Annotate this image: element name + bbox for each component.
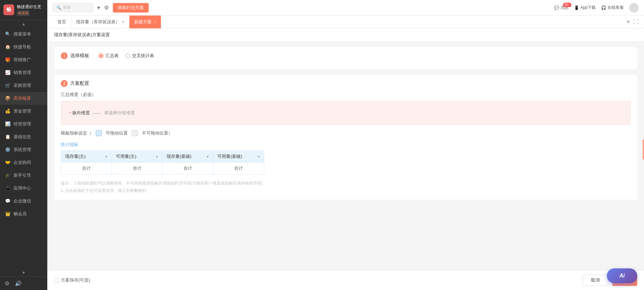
online-service-button[interactable]: 🎧 在线客服 [601,5,624,10]
sidebar-item-apps[interactable]: 📱 应用中心 [0,182,47,195]
sidebar-item-wechat[interactable]: 💬 企业微信 [0,195,47,208]
tab-close-btn[interactable]: ✕ [626,19,630,25]
stats-col-2-label: 可用量(主) [116,153,137,160]
radio-cross-label: 交叉统计表 [132,53,154,59]
sidebar-item-inventory[interactable]: 📦 库存核算 [0,92,47,105]
topbar-gear[interactable]: ⚙ [104,4,109,11]
radio-summary-label: 汇总表 [105,53,119,59]
search-icon: 🔍 [5,31,11,37]
tab-maximize-btn[interactable]: ⛶ [633,19,639,25]
sidebar-item-search[interactable]: 🔍 搜索菜单 [0,28,47,41]
stats-col-3-header: 现存量(基辅) ▾ [163,151,213,163]
sidebar-scroll: 🔍 搜索菜单 🏠 快捷导航 🎁 营销推广 📈 销售管理 🛒 采购管理 📦 库存核… [0,28,47,269]
tab-inventory[interactable]: 现存量（库存状况表） × [71,16,129,28]
sidebar-item-purchase[interactable]: 🛒 采购管理 [0,79,47,92]
col-2-chevron[interactable]: ▾ [156,154,158,159]
sidebar-scroll-up[interactable]: ▲ [0,20,47,28]
dim-area: * 纵向维度 —— 请选择分组维度 [61,101,630,125]
info-icon: 📋 [5,134,11,140]
page-body: 1 选择模板 汇总表 交叉统计表 [47,42,644,211]
tip-1: 提示： 1.拖动标题栏可以调整布局，不可跨维度或指标区域拖动栏目字段(只能在同一… [61,180,630,187]
stats-col-3-header-cell: 现存量(基辅) ▾ [163,151,213,163]
non-draggable-indicator-box [132,130,138,136]
tab-close-inventory[interactable]: × [122,20,124,24]
step1-num: 1 [61,52,68,59]
sidebar-item-marketing[interactable]: 🎁 营销推广 [0,53,47,66]
topbar-dropdown[interactable]: ▾ [97,4,100,11]
cancel-button[interactable]: 取消 [583,274,608,286]
radio-summary-circle [99,53,103,58]
headset-icon: 🎧 [601,5,606,10]
stats-col-3-label: 现存量(基辅) [167,153,192,160]
radio-cross[interactable]: 交叉统计表 [125,53,154,59]
save-checkbox[interactable] [54,278,59,283]
col-1-chevron[interactable]: ▾ [105,154,107,159]
settings-icon[interactable]: ⚙ [5,280,9,287]
tab-close-new-plan[interactable]: × [154,20,156,24]
app-icon: 📱 [5,185,11,191]
ai-fab-button[interactable]: Ai [607,268,637,283]
ai-fab-label: Ai [619,273,625,279]
sidebar-item-guide[interactable]: 🎓 新手引导 [0,169,47,182]
draggable-indicator-box [96,130,102,136]
stats-col-4-body: 合计 [213,163,264,174]
non-draggable-label: 不可拖动位置） [142,130,173,136]
stats-col-1-header-cell: 现存量(主) ▾ [61,151,112,163]
sidebar-item-label: 销售管理 [14,70,31,76]
sidebar-item-system[interactable]: ⚙️ 系统管理 [0,143,47,156]
member-icon: 👑 [5,211,11,217]
sidebar-item-label: 营销推广 [14,57,31,63]
stats-label: 统计指标 [61,142,630,148]
sidebar-item-label: 经营管理 [14,121,31,127]
tabs-right: ✕ ⛶ [626,19,639,25]
app-download-button[interactable]: 📱 App下载 [574,5,596,10]
step2-num: 2 [61,80,68,87]
sidebar-logo: 畅 畅捷通好生意 标准版 [0,0,47,20]
dim-vertical-label: 纵向维度 [72,110,90,116]
message-button[interactable]: 💬 消息 99+ [554,5,569,10]
sound-icon[interactable]: 🔊 [15,280,22,287]
sidebar-item-finance[interactable]: 💰 资金管理 [0,105,47,118]
sidebar-item-sales[interactable]: 📈 销售管理 [0,66,47,79]
sidebar-item-label: 资金管理 [14,108,31,114]
user-avatar[interactable] [629,3,639,13]
sidebar-item-management[interactable]: 📊 经营管理 [0,118,47,130]
dim-arrow: —— [93,111,101,116]
tab-home[interactable]: 首页 [53,16,71,28]
step1-section: 1 选择模板 汇总表 交叉统计表 [54,47,637,69]
sidebar-bottom: ⚙ 🔊 [0,276,47,290]
sales-icon: 📈 [5,70,11,76]
cart-icon: 🛒 [5,82,11,89]
stats-col-4-body-cell: 合计 [213,163,264,174]
sidebar-item-collab[interactable]: 🤝 企业协同 [0,156,47,169]
col-4-chevron[interactable]: ▾ [258,154,260,159]
sidebar-item-member[interactable]: 👑 畅会员 [0,208,47,220]
topbar-right: 💬 消息 99+ 📱 App下载 🎧 在线客服 [554,3,639,13]
stats-table-body: 合计 合计 合计 合计 [61,163,264,174]
save-option[interactable]: 方案保存(可选) [54,277,90,283]
col-3-chevron[interactable]: ▾ [207,154,209,159]
sidebar-scroll-down[interactable]: ▼ [0,269,47,276]
draggable-label: 可拖动位置 [106,130,128,136]
tab-new-plan[interactable]: 新建方案 × [129,16,161,28]
gift-icon: 🎁 [5,57,11,63]
sidebar-item-quicknav[interactable]: 🏠 快捷导航 [0,41,47,53]
topbar-search: 🔍 搜索 [53,3,93,12]
stats-col-2-header: 可用量(主) ▾ [112,151,163,163]
stats-col-3-body: 合计 [163,163,213,174]
logo-text: 畅捷通好生意 标准版 [17,4,41,16]
tab-label: 现存量（库存状况表） [76,19,120,25]
money-icon: 💰 [5,108,11,114]
sidebar-item-basicinfo[interactable]: 📋 基础信息 [0,130,47,143]
sidebar: 畅 畅捷通好生意 标准版 ▲ 🔍 搜索菜单 🏠 快捷导航 🎁 营销推广 📈 销售… [0,0,47,290]
step1-title: 选择模板 [70,53,89,59]
tab-label: 新建方案 [134,19,152,25]
step2-title: 方案配置 [70,80,89,87]
sidebar-item-label: 系统管理 [14,147,31,153]
trial-button[interactable]: 体验行业方案 [113,3,149,13]
tips-section: 提示： 1.拖动标题栏可以调整布局，不可跨维度或指标区域拖动栏目字段(只能在同一… [61,180,630,194]
radio-summary[interactable]: 汇总表 [99,53,119,59]
bottom-bar: 方案保存(可选) 取消 查询 [47,270,644,290]
home-icon: 🏠 [5,44,11,50]
guide-icon: 🎓 [5,172,11,178]
